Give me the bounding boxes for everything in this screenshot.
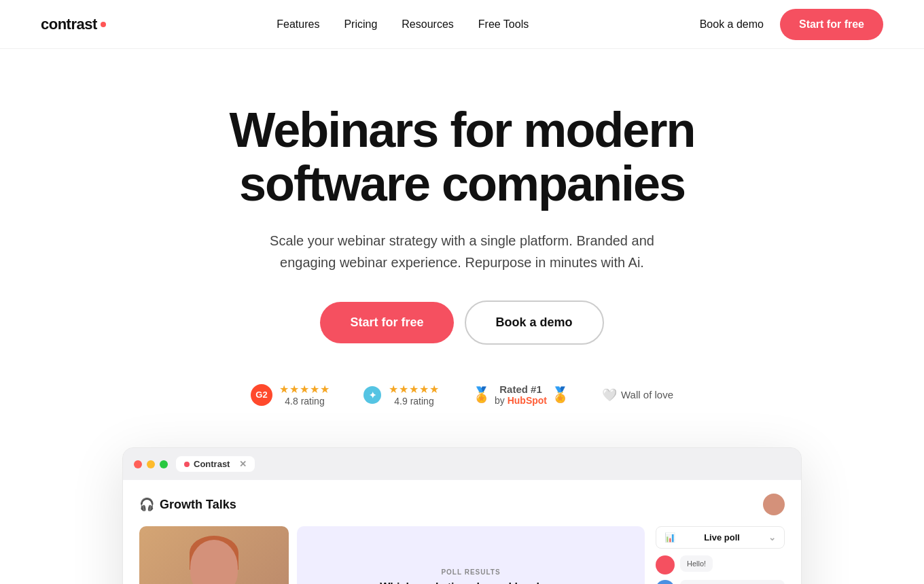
wall-of-love-text: Wall of love bbox=[621, 389, 673, 400]
laurel-left-icon: 🏅 bbox=[472, 386, 491, 404]
traffic-lights bbox=[134, 460, 168, 468]
poll-area: POLL RESULTS Which marketing channel has… bbox=[297, 526, 645, 584]
nav-free-tools[interactable]: Free Tools bbox=[478, 18, 529, 30]
nav-book-demo-link[interactable]: Book a demo bbox=[700, 18, 764, 31]
poll-question-text: Which marketing channel has been bbox=[380, 581, 562, 584]
logo[interactable]: contrast bbox=[41, 16, 106, 33]
hero-start-free-button[interactable]: Start for free bbox=[320, 302, 453, 343]
g2-badge: G2 bbox=[251, 384, 272, 406]
capterra-rating-detail: ★★★★★ 4.9 rating bbox=[389, 383, 440, 407]
hero-heading-line1: Webinars for modern bbox=[230, 103, 695, 157]
chat-avatar-2: M bbox=[656, 580, 675, 584]
ratings-row: G2 ★★★★★ 4.8 rating ✦ ★★★★★ 4.9 rating 🏅 bbox=[41, 383, 883, 407]
g2-rating-detail: ★★★★★ 4.8 rating bbox=[279, 383, 330, 407]
webinar-icon: 🎧 bbox=[139, 497, 154, 512]
chat-message-1: Hello! bbox=[656, 555, 785, 574]
laurel-right-icon: 🏅 bbox=[551, 386, 569, 404]
capterra-rating-text: 4.9 rating bbox=[389, 396, 440, 407]
live-poll-label: Live poll bbox=[704, 532, 740, 543]
hubspot-rated: 🏅 Rated #1 by HubSpot 🏅 bbox=[472, 383, 569, 406]
hero-subtext: Scale your webinar strategy with a singl… bbox=[251, 230, 673, 273]
webinar-title-text: Growth Talks bbox=[160, 498, 236, 512]
screenshot-content: POLL RESULTS Which marketing channel has… bbox=[139, 526, 785, 584]
nav-resources[interactable]: Resources bbox=[402, 18, 453, 30]
presenter-thumbnail bbox=[139, 526, 289, 584]
browser-tab: Contrast ✕ bbox=[176, 456, 255, 472]
tab-label: Contrast bbox=[194, 459, 230, 469]
chat-bubble-1: Hello! bbox=[680, 555, 713, 572]
browser-bar: Contrast ✕ bbox=[123, 448, 801, 480]
chat-text-1: Hello! bbox=[687, 560, 706, 568]
live-poll-icon: 📊 bbox=[664, 532, 675, 543]
g2-rating-text: 4.8 rating bbox=[279, 396, 330, 407]
hubspot-rating-detail: Rated #1 by HubSpot bbox=[495, 383, 547, 406]
g2-rating: G2 ★★★★★ 4.8 rating bbox=[251, 383, 330, 407]
nav-links: Features Pricing Resources Free Tools bbox=[277, 18, 529, 31]
hero-heading: Webinars for modern software companies bbox=[190, 103, 734, 211]
g2-stars: ★★★★★ bbox=[279, 383, 330, 396]
nav-right: Book a demo Start for free bbox=[700, 9, 883, 40]
logo-text: contrast bbox=[41, 16, 97, 33]
chat-sidebar: 📊 Live poll ⌄ Hello! M bbox=[656, 526, 785, 584]
capterra-rating: ✦ ★★★★★ 4.9 rating bbox=[363, 383, 440, 407]
host-avatar bbox=[763, 494, 785, 515]
svg-text:✦: ✦ bbox=[369, 390, 376, 400]
webinar-title-row: 🎧 Growth Talks bbox=[139, 494, 785, 515]
close-dot bbox=[134, 460, 142, 468]
hero-book-demo-button[interactable]: Book a demo bbox=[465, 300, 604, 345]
capterra-stars: ★★★★★ bbox=[389, 383, 440, 396]
hubspot-by-text: by HubSpot bbox=[495, 395, 547, 406]
nav-pricing[interactable]: Pricing bbox=[344, 18, 377, 30]
maximize-dot bbox=[160, 460, 168, 468]
hero-buttons: Start for free Book a demo bbox=[41, 300, 883, 345]
chat-messages: Hello! M Maxim Where're you joining from… bbox=[656, 555, 785, 584]
heart-icon: 🤍 bbox=[602, 388, 617, 402]
wall-of-love: 🤍 Wall of love bbox=[602, 388, 673, 402]
tab-close-icon[interactable]: ✕ bbox=[239, 459, 247, 469]
hubspot-rated-text: Rated #1 bbox=[495, 383, 547, 395]
hero-section: Webinars for modern software companies S… bbox=[0, 49, 924, 584]
video-area: POLL RESULTS Which marketing channel has… bbox=[139, 526, 645, 584]
avatar-main bbox=[763, 494, 785, 515]
chat-bubble-2: Maxim Where're you joining from? We're i… bbox=[680, 580, 785, 584]
minimize-dot bbox=[147, 460, 155, 468]
hero-heading-line2: software companies bbox=[239, 156, 685, 211]
chat-avatar-1 bbox=[656, 555, 675, 574]
nav-start-free-button[interactable]: Start for free bbox=[780, 9, 883, 40]
logo-dot bbox=[101, 22, 106, 27]
screenshot-body: 🎧 Growth Talks POLL RESULTS bbox=[123, 480, 801, 584]
capterra-badge: ✦ bbox=[363, 385, 382, 405]
tab-favicon bbox=[184, 462, 190, 467]
poll-results-label: POLL RESULTS bbox=[441, 568, 500, 576]
nav-features[interactable]: Features bbox=[277, 18, 319, 30]
live-poll-header: 📊 Live poll ⌄ bbox=[656, 526, 785, 549]
capterra-icon: ✦ bbox=[363, 385, 382, 405]
product-screenshot: Contrast ✕ 🎧 Growth Talks bbox=[122, 447, 802, 584]
chat-message-2: M Maxim Where're you joining from? We're… bbox=[656, 580, 785, 584]
main-nav: contrast Features Pricing Resources Free… bbox=[0, 0, 924, 49]
chevron-down-icon: ⌄ bbox=[768, 532, 776, 543]
